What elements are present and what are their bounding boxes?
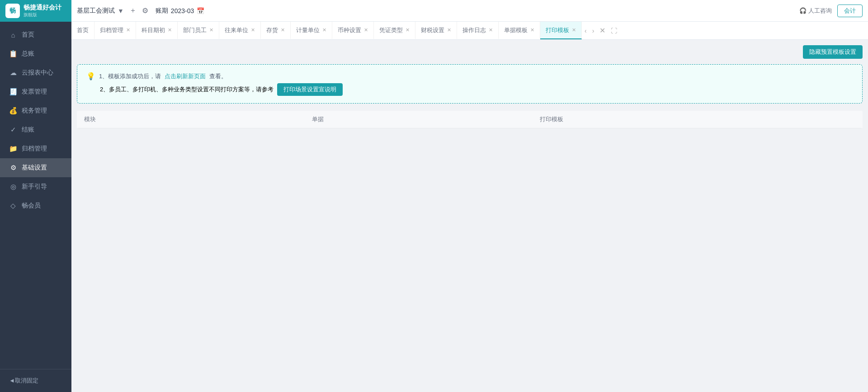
tab-label-oplog: 操作日志	[462, 26, 486, 34]
reports-icon: ☁	[9, 69, 17, 77]
sidebar-footer[interactable]: ◄取消固定	[0, 369, 71, 392]
tab-close-all-icon[interactable]: ✕	[597, 26, 608, 35]
tab-label-archive: 归档管理	[100, 26, 123, 34]
calendar-icon[interactable]: 📅	[197, 7, 204, 14]
sidebar-label-settings: 基础设置	[22, 164, 47, 172]
sidebar-item-archive[interactable]: 📁 归档管理	[0, 139, 71, 158]
tab-label-singledoc: 单据模板	[504, 26, 528, 34]
tip1-link[interactable]: 点击刷新新页面	[165, 72, 206, 80]
tab-label-dept: 部门员工	[183, 26, 207, 34]
logo-icon: 畅	[5, 4, 20, 18]
tab-dept[interactable]: 部门员工✕	[178, 22, 219, 39]
period-label: 账期	[156, 7, 168, 15]
tab-partner[interactable]: 往来单位✕	[219, 22, 261, 39]
sidebar-item-reports[interactable]: ☁ 云报表中心	[0, 63, 71, 82]
company-dropdown-icon[interactable]: ▼	[118, 7, 124, 14]
info-box: 💡 1、模板添加成功后，请 点击刷新新页面 查看。 2、多员工、多打印机、多种业…	[77, 64, 863, 104]
tab-singledoc[interactable]: 单据模板✕	[499, 22, 540, 39]
tab-subject[interactable]: 科目期初✕	[136, 22, 178, 39]
topbar-settings-icon[interactable]: ⚙	[142, 6, 148, 15]
content-table: 模块 单据 打印模板	[77, 111, 863, 128]
unpin-label: ◄取消固定	[9, 377, 38, 385]
tab-label-home: 首页	[77, 26, 89, 34]
company-name: 基层工会测试	[77, 7, 115, 15]
sidebar-item-home[interactable]: ⌂ 首页	[0, 25, 71, 44]
tab-prev-icon[interactable]: ‹	[582, 27, 590, 34]
main-content: 隐藏预置模板设置 💡 1、模板添加成功后，请 点击刷新新页面 查看。 2、多员工…	[71, 40, 868, 392]
tab-close-inventory[interactable]: ✕	[281, 28, 285, 33]
sidebar-label-archive: 归档管理	[22, 145, 47, 153]
sidebar-label-home: 首页	[22, 31, 34, 39]
tip2-text: 2、多员工、多打印机、多种业务类型设置不同打印方案等，请参考	[100, 85, 274, 94]
col-document: 单据	[305, 111, 533, 128]
header-row: 隐藏预置模板设置	[77, 45, 863, 64]
tab-close-dept[interactable]: ✕	[209, 28, 213, 33]
tab-printtemplate[interactable]: 打印模板✕	[540, 22, 582, 39]
tab-label-inventory: 存货	[266, 26, 278, 34]
tab-close-unit[interactable]: ✕	[322, 28, 326, 33]
tab-close-singledoc[interactable]: ✕	[530, 28, 534, 33]
tab-close-currency[interactable]: ✕	[364, 28, 368, 33]
tab-label-tax: 财税设置	[421, 26, 444, 34]
sidebar-item-closing[interactable]: ✓ 结账	[0, 120, 71, 139]
sidebar-item-ledger[interactable]: 📋 总账	[0, 44, 71, 63]
tab-expand-icon[interactable]: ⛶	[608, 27, 620, 34]
tip1-post: 查看。	[209, 72, 227, 80]
tab-close-archive[interactable]: ✕	[126, 28, 130, 33]
sidebar-label-reports: 云报表中心	[22, 69, 53, 77]
sidebar-logo: 畅 畅捷通好会计 旗舰版	[0, 0, 71, 22]
member-icon: ◇	[9, 202, 17, 210]
sidebar-item-invoice[interactable]: 🧾 发票管理	[0, 82, 71, 101]
tab-currency[interactable]: 币种设置✕	[332, 22, 374, 39]
tab-label-printtemplate: 打印模板	[546, 26, 569, 34]
archive-icon: 📁	[9, 145, 17, 153]
tab-home[interactable]: 首页	[71, 22, 94, 39]
logo-text: 畅捷通好会计 旗舰版	[24, 4, 61, 18]
invoice-icon: 🧾	[9, 88, 17, 96]
tab-archive[interactable]: 归档管理✕	[94, 22, 136, 39]
tab-label-subject: 科目期初	[142, 26, 165, 34]
tab-close-printtemplate[interactable]: ✕	[572, 28, 576, 33]
support-label: 人工咨询	[808, 7, 832, 15]
headset-icon: 🎧	[799, 7, 807, 14]
tab-voucher[interactable]: 凭证类型✕	[374, 22, 415, 39]
tab-inventory[interactable]: 存货✕	[261, 22, 291, 39]
home-icon: ⌂	[9, 31, 17, 39]
bulb-icon: 💡	[86, 72, 95, 80]
sidebar-item-settings[interactable]: ⚙ 基础设置	[0, 158, 71, 177]
closing-icon: ✓	[9, 126, 17, 134]
tab-next-icon[interactable]: ›	[590, 27, 597, 34]
topbar-right: 🎧 人工咨询 会计	[799, 5, 863, 17]
add-company-icon[interactable]: ＋	[127, 6, 138, 15]
tab-close-voucher[interactable]: ✕	[406, 28, 410, 33]
user-button[interactable]: 会计	[837, 5, 863, 17]
tab-tax[interactable]: 财税设置✕	[415, 22, 457, 39]
tab-close-partner[interactable]: ✕	[251, 28, 255, 33]
ledger-icon: 📋	[9, 50, 17, 58]
period-value: 2023-03	[171, 7, 194, 14]
sidebar-item-guide[interactable]: ◎ 新手引导	[0, 177, 71, 196]
tab-close-oplog[interactable]: ✕	[489, 28, 493, 33]
tab-close-tax[interactable]: ✕	[447, 28, 451, 33]
tab-oplog[interactable]: 操作日志✕	[457, 22, 499, 39]
logo-title: 畅捷通好会计	[24, 4, 61, 12]
hide-template-btn[interactable]: 隐藏预置模板设置	[803, 45, 863, 59]
tab-unit[interactable]: 计量单位✕	[291, 22, 332, 39]
sidebar-item-member[interactable]: ◇ 畅会员	[0, 196, 71, 215]
sidebar: 畅 畅捷通好会计 旗舰版 ⌂ 首页 📋 总账 ☁ 云报表中心 🧾 发票管理 💰 …	[0, 0, 71, 392]
sidebar-nav: ⌂ 首页 📋 总账 ☁ 云报表中心 🧾 发票管理 💰 税务管理 ✓ 结账 📁 归…	[0, 22, 71, 369]
print-scene-btn[interactable]: 打印场景设置宣说明	[277, 83, 343, 96]
sidebar-label-guide: 新手引导	[22, 183, 47, 191]
sidebar-item-tax[interactable]: 💰 税务管理	[0, 101, 71, 120]
tabbar: 首页归档管理✕科目期初✕部门员工✕往来单位✕存货✕计量单位✕币种设置✕凭证类型✕…	[71, 22, 868, 40]
col-template: 打印模板	[533, 111, 863, 128]
topbar: 基层工会测试 ▼ ＋ ⚙ 账期 2023-03 📅 🎧 人工咨询 会计	[71, 0, 868, 22]
support-btn[interactable]: 🎧 人工咨询	[799, 7, 832, 15]
table-header: 模块 单据 打印模板	[77, 111, 863, 128]
tip1-pre: 1、模板添加成功后，请	[99, 72, 161, 80]
logo-sub: 旗舰版	[24, 12, 61, 18]
col-module: 模块	[77, 111, 305, 128]
tab-label-voucher: 凭证类型	[379, 26, 403, 34]
tab-label-partner: 往来单位	[225, 26, 248, 34]
tab-close-subject[interactable]: ✕	[168, 28, 172, 33]
